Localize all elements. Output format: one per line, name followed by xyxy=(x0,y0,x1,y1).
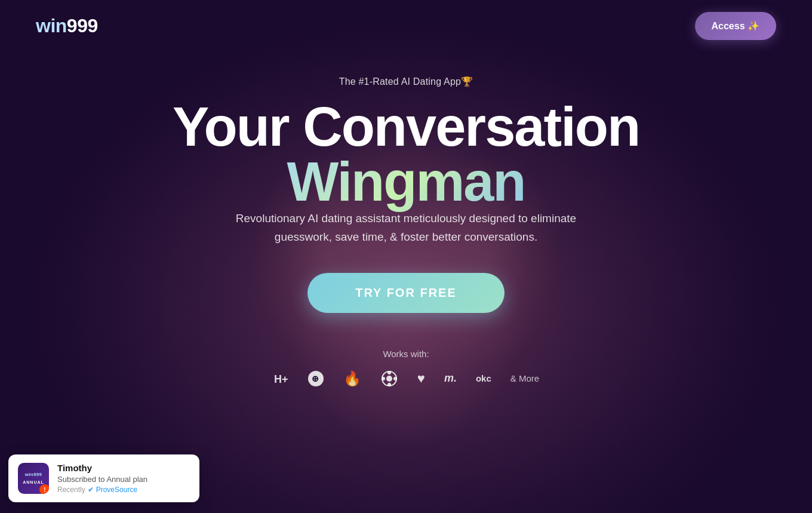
toast-alert-badge: ! xyxy=(39,484,49,494)
works-with-label: Works with: xyxy=(383,349,429,359)
hero-tagline: The #1-Rated AI Dating App🏆 xyxy=(339,76,473,87)
access-button-label: Access ✨ xyxy=(712,20,760,32)
svg-point-6 xyxy=(387,383,391,386)
works-with-section: Works with: H+ ⊕ 🔥 xyxy=(0,349,812,388)
tinder-icon: 🔥 xyxy=(343,370,361,387)
hily-icon: ♥ xyxy=(417,371,425,386)
hero-title-line2: Wingman xyxy=(287,154,525,209)
hero-description: Revolutionary AI dating assistant meticu… xyxy=(233,209,579,247)
toast-message: Subscribed to Annual plan xyxy=(57,475,190,484)
toast-avatar-text: win999 ANNUAL xyxy=(23,472,44,484)
logo: win999 xyxy=(36,15,98,37)
toast-content: Timothy Subscribed to Annual plan Recent… xyxy=(57,463,190,494)
hinge-icon: H+ xyxy=(273,371,288,386)
coffee-meets-bagel-icon xyxy=(380,370,398,388)
svg-point-5 xyxy=(387,371,391,374)
works-with-icons: H+ ⊕ 🔥 ♥ m. xyxy=(273,370,539,388)
match-icon: m. xyxy=(444,372,457,385)
toast-avatar: win999 ANNUAL ! xyxy=(18,463,49,494)
svg-point-7 xyxy=(382,377,385,380)
okcupid-icon: okc xyxy=(476,373,491,383)
hero-section: The #1-Rated AI Dating App🏆 Your Convers… xyxy=(0,52,812,343)
and-more-label: & More xyxy=(510,373,539,383)
navbar: win999 Access ✨ xyxy=(0,0,812,52)
svg-text:⊕: ⊕ xyxy=(312,374,319,383)
toast-notification: win999 ANNUAL ! Timothy Subscribed to An… xyxy=(8,454,199,502)
try-free-button[interactable]: TRY FOR FREE xyxy=(307,273,505,313)
toast-user-name: Timothy xyxy=(57,463,190,473)
toast-time: Recently ✔ ProveSource xyxy=(57,486,190,494)
provesource-check: ✔ xyxy=(88,486,94,494)
svg-point-8 xyxy=(393,377,397,380)
bumble-icon: ⊕ xyxy=(307,370,324,387)
hero-title-line1: Your Conversation xyxy=(173,99,639,154)
svg-point-4 xyxy=(386,376,392,382)
svg-text:H+: H+ xyxy=(274,373,288,385)
access-button[interactable]: Access ✨ xyxy=(695,12,777,40)
